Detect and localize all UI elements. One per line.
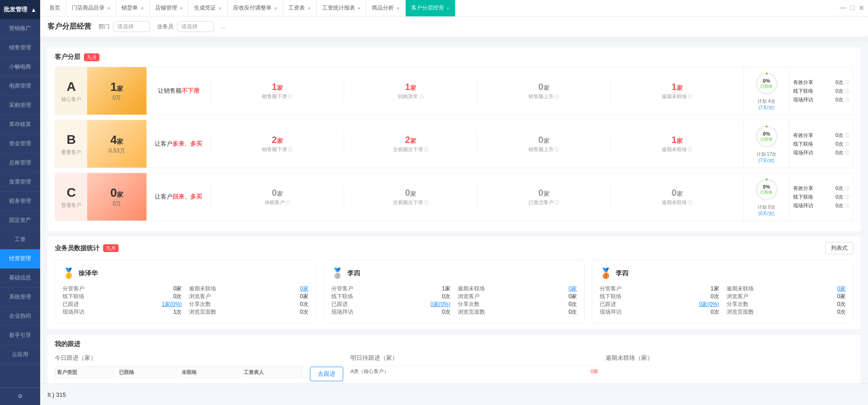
customer-month-badge: 九月 — [84, 53, 99, 61]
sidebar: 批发管理 ▲ 营销推广销售管理小畅电商电商管理采购管理库存核算资金管理总账管理发… — [0, 0, 40, 405]
biz-col2-card2: 逾期未联络0家浏览客户0家分享次数0次浏览页面数0次 — [458, 285, 577, 316]
follow-row-a-total: 0家 — [242, 380, 302, 384]
biz-row-left-2-0: 分管客户1家 — [600, 285, 719, 293]
sidebar-item-xiaoshou[interactable]: 销售管理 — [0, 38, 40, 58]
sidebar-item-kucun[interactable]: 库存核算 — [0, 115, 40, 134]
tab-bar-actions: — □ ✕ — [839, 4, 864, 12]
window-minimize-icon[interactable]: — — [839, 4, 847, 12]
tab-close-yingshou[interactable]: × — [274, 5, 277, 11]
window-maximize-icon[interactable]: □ — [850, 4, 855, 12]
tab-close-mendian[interactable]: × — [107, 5, 110, 11]
today-follow-block: 今日跟进（家） 客户类型 已联络 未联络 工资表人 A类（核心客户） 0家 — [55, 354, 303, 384]
sidebar-item-jichu[interactable]: 基础信息 — [0, 268, 40, 288]
biz-row-label: 已跟进 — [63, 300, 79, 308]
tier-right-row-0-2: 现场拜访0次 ⓘ — [793, 96, 849, 103]
follow-title: 我的跟进 — [55, 340, 80, 348]
biz-row-label: 已跟进 — [600, 300, 616, 308]
biz-row-val: 0次 — [569, 308, 577, 316]
sidebar-item-gudingzichan[interactable]: 固定资产 — [0, 211, 40, 230]
tab-gongzitongji[interactable]: 工资统计报表× — [317, 0, 366, 16]
biz-row-label: 逾期未联络 — [189, 285, 216, 293]
tab-shangpin[interactable]: 商品分析× — [366, 0, 405, 16]
tier-label-c: C普通客户 — [55, 173, 87, 221]
sidebar-item-zijin[interactable]: 资金管理 — [0, 134, 40, 153]
tab-gongzibiao[interactable]: 工资表× — [283, 0, 316, 16]
sidebar-item-yun[interactable]: 云应用 — [0, 345, 40, 364]
biz-row-right-1-2: 分享次数0次 — [458, 300, 577, 308]
biz-row-right-2-2: 分享次数0次 — [727, 300, 846, 308]
tab-close-shengcheng[interactable]: × — [219, 5, 221, 11]
sidebar-item-gongzi[interactable]: 工资 — [0, 230, 40, 249]
list-view-button[interactable]: 列表式 — [825, 242, 853, 254]
sidebar-item-fapiao[interactable]: 发票管理 — [0, 173, 40, 192]
tab-dianpu[interactable]: 店铺管理× — [150, 0, 188, 16]
biz-row-val[interactable]: 0家 — [300, 285, 309, 293]
tier-right-row-1-0: 有效分享0次 ⓘ — [793, 132, 849, 139]
staff-filter: 业务员 请选择 — [157, 21, 214, 32]
filter-more[interactable]: ... — [221, 23, 225, 30]
biz-row-right-1-0: 逾期未联络0家 — [458, 285, 577, 293]
biz-row-right-2-0: 逾期未联络0家 — [727, 285, 846, 293]
follow-header: 我的跟进 — [55, 340, 853, 348]
biz-row-left-1-3: 现场拜访0次 — [331, 308, 450, 316]
biz-row-val[interactable]: 0家(0%) — [430, 300, 450, 308]
biz-row-val[interactable]: 0家 — [569, 285, 577, 293]
tab-xiaohuo[interactable]: 销货单× — [116, 0, 149, 16]
tab-shengcheng[interactable]: 生成凭证× — [188, 0, 227, 16]
follow-row-a-linked — [117, 380, 178, 384]
dept-select[interactable]: 请选择 — [113, 21, 150, 32]
biz-row-label: 分享次数 — [458, 300, 480, 308]
biz-row-left-0-0: 分管客户0家 — [63, 285, 182, 293]
biz-row-label: 逾期未联络 — [458, 285, 485, 293]
sidebar-item-caigou[interactable]: 采购管理 — [0, 96, 40, 115]
tab-home[interactable]: 首页 — [44, 0, 66, 16]
sidebar-item-xinshou[interactable]: 新手引导 — [0, 326, 40, 345]
sidebar-item-xiaodian[interactable]: 小畅电商 — [0, 58, 40, 77]
tier-circle-b: 0% 已联络 计划 17次(7天/次) — [743, 120, 789, 168]
window-close-icon[interactable]: ✕ — [858, 4, 864, 12]
tier-action-a: 让销售额不下滑 — [146, 67, 210, 115]
sidebar-item-jingying[interactable]: 经营管理 — [0, 249, 40, 268]
biz-card-card2: 🥈李四分管客户1家线下联络0次已跟进0家(0%)现场拜访0次逾期未联络0家浏览客… — [324, 260, 585, 324]
bottom-text: It } 315 — [47, 391, 66, 398]
tab-close-shangpin[interactable]: × — [397, 5, 399, 11]
sidebar-item-xitong[interactable]: 系统管理 — [0, 288, 40, 307]
tab-close-xiaohuo[interactable]: × — [141, 5, 143, 11]
biz-row-right-1-3: 浏览页面数0次 — [458, 308, 577, 316]
biz-row-left-1-2: 已跟进0家(0%) — [331, 300, 450, 308]
sidebar-item-zhangzhang[interactable]: 总账管理 — [0, 153, 40, 173]
tab-close-kehu[interactable]: × — [447, 5, 450, 11]
sidebar-item-yingxiao[interactable]: 营销推广 — [0, 19, 40, 38]
tab-mendian[interactable]: 门店商品目录× — [66, 0, 116, 16]
biz-row-val[interactable]: 0家(0%) — [699, 300, 719, 308]
tier-stat-b-0: 2家销售额下滑 ⓘ — [210, 131, 344, 157]
sidebar-item-diangshang[interactable]: 电商管理 — [0, 77, 40, 96]
sidebar-item-qiye[interactable]: 企业协同 — [0, 307, 40, 326]
tier-stat-b-1: 2家交易频次下滑 ⓘ — [344, 131, 477, 157]
overdue-follow-label: 逾期未联络（家） — [606, 354, 853, 362]
sidebar-settings[interactable]: ⚙ — [0, 387, 40, 405]
biz-row-val: 1家 — [711, 285, 719, 293]
biz-row-label: 浏览页面数 — [727, 308, 754, 316]
biz-row-val[interactable]: 1家(0%) — [162, 300, 182, 308]
goto-follow-button[interactable]: 去跟进 — [310, 367, 343, 381]
tab-close-gongzibiao[interactable]: × — [308, 5, 310, 11]
biz-section: 业务员数据统计 九月 列表式 🥇徐泽华分管客户0家线下联络0次已跟进1家(0%)… — [47, 237, 861, 329]
biz-row-left-2-3: 现场拜访0次 — [600, 308, 719, 316]
tab-yingshou[interactable]: 应收应付调整单× — [228, 0, 283, 16]
tier-stat-c-3: 0家逾期未联络 ⓘ — [610, 184, 743, 210]
sidebar-item-shuiwu[interactable]: 税务管理 — [0, 192, 40, 211]
sidebar-collapse-icon[interactable]: ▲ — [31, 6, 37, 13]
tier-right-c: 有效分享0次 ⓘ线下联络0次 ⓘ现场拜访0次 ⓘ — [789, 173, 853, 221]
tab-close-gongzitongji[interactable]: × — [358, 5, 361, 11]
sidebar-top[interactable]: 批发管理 ▲ — [0, 0, 40, 19]
tab-kehu[interactable]: 客户分层经营× — [406, 0, 455, 16]
tomorrow-a-label: A类（核心客户） — [350, 368, 389, 375]
biz-grid-card1: 分管客户0家线下联络0次已跟进1家(0%)现场拜访1次逾期未联络0家浏览客户0家… — [63, 285, 309, 316]
biz-row-label: 浏览客户 — [189, 293, 211, 300]
staff-select[interactable]: 请选择 — [177, 21, 214, 32]
biz-col2-card3: 逾期未联络0家浏览客户0家分享次数0次浏览页面数0次 — [727, 285, 846, 316]
tab-close-dianpu[interactable]: × — [180, 5, 183, 11]
tier-right-a: 有效分享0次 ⓘ线下联络0次 ⓘ现场拜访0次 ⓘ — [789, 67, 853, 115]
biz-row-val[interactable]: 0家 — [837, 285, 846, 293]
